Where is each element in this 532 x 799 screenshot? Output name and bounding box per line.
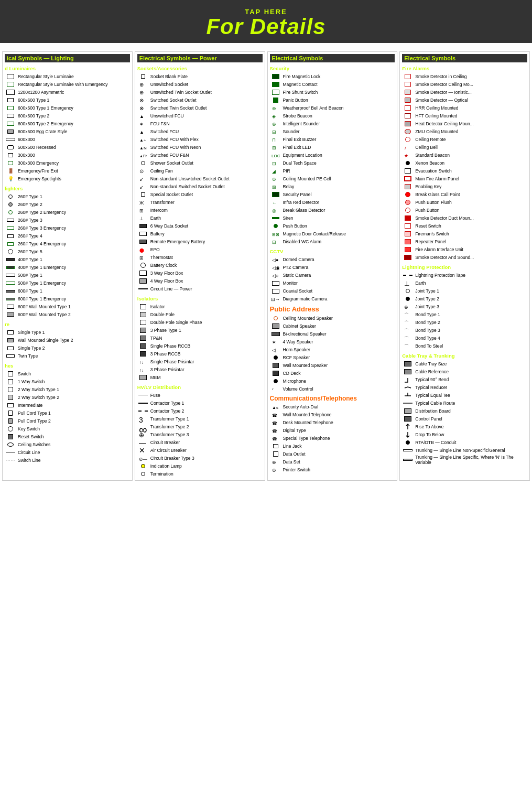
svg-text:▲: ▲: [139, 114, 144, 119]
fsw-icon: [402, 230, 414, 237]
rect-icon: [5, 73, 16, 80]
re-label: re: [5, 321, 130, 328]
pc1-icon: [5, 409, 16, 417]
list-item: Microphone: [270, 377, 395, 385]
list-item: CD Deck: [270, 370, 395, 377]
indlamp-icon: [137, 462, 149, 470]
svg-text:▲N: ▲N: [139, 146, 147, 150]
diagcam-icon: ⊡→: [270, 295, 281, 303]
mem-icon: [137, 374, 149, 381]
hes-label: hes: [5, 362, 130, 369]
svg-text:⌒: ⌒: [404, 336, 409, 341]
rsw-icon: [402, 222, 414, 230]
svg-text:⊙—: ⊙—: [139, 457, 147, 462]
relay-icon: ⊠: [270, 183, 281, 190]
list-item: 3Transformer Type 1: [137, 415, 263, 423]
list-item: ◎Break Glass Detector: [270, 207, 395, 214]
sad-icon: ▲s: [270, 403, 281, 411]
svg-text:▲s: ▲s: [272, 405, 278, 410]
trt2-icon: ∞: [137, 423, 149, 430]
svg-text:⊡: ⊡: [272, 161, 276, 166]
hft-icon: [402, 112, 414, 120]
l600t1-icon: [5, 287, 16, 295]
reb-icon: [137, 238, 149, 245]
dtb-icon: [402, 431, 414, 438]
re2-icon: [5, 337, 16, 344]
list-item: 260# Type 3: [5, 217, 130, 224]
list-item: Distribution Board: [402, 407, 527, 415]
col-fire: Electrical Symbols Fire Alarms Smoke Det…: [399, 51, 530, 481]
list-item: ▲Unswitched FCU: [137, 112, 263, 120]
fan-icon: ⊙: [137, 167, 149, 175]
faiu-icon: [402, 246, 414, 253]
list-item: Ceiling Remote: [402, 136, 527, 143]
cb-icon: —: [137, 439, 149, 446]
sw-icon: [5, 370, 16, 377]
l2e-icon: [5, 209, 16, 216]
list-item: Double Pole Single Phase: [137, 319, 263, 326]
spotlight-icon: 💡: [5, 175, 16, 182]
list-item: Monitor: [270, 279, 395, 287]
pc2-icon: [5, 417, 16, 425]
svg-text:∕: ∕: [272, 387, 274, 392]
list-item: Wall Mounted Speaker: [270, 362, 395, 369]
list-item: Bi-directional Speaker: [270, 330, 395, 338]
list-item: Trunking — Single Line Non-Specific/Gene…: [402, 447, 527, 454]
re1-icon: [5, 329, 16, 336]
nssso-icon: ↙: [137, 183, 149, 190]
list-item: Siren: [270, 214, 395, 222]
list-item: 1 Way Switch: [5, 378, 130, 385]
svg-text:◈: ◈: [272, 114, 276, 119]
svg-text:↙: ↙: [139, 177, 144, 182]
list-item: 🚪Emergency/Fire Exit: [5, 167, 130, 175]
l4e-icon: [5, 240, 16, 247]
list-item: ⊙Ceiling Fan: [137, 167, 263, 175]
list-item: ⊟Sounder: [270, 128, 395, 135]
3pt1-icon: [137, 327, 149, 334]
list-item: RTA/DTB — Conduit: [402, 439, 527, 446]
300-icon: [5, 152, 16, 159]
l600wm1-icon: [5, 303, 16, 310]
list-item: Line Jack: [270, 442, 395, 450]
list-item: 400# Type 1 Emergency: [5, 264, 130, 271]
shower-icon: [137, 159, 149, 167]
list-item: Drop To Below: [402, 431, 527, 438]
utso-icon: ⊕: [137, 89, 149, 96]
col-lighting: ical Symbols — Lighting d Luminaires Rec…: [2, 51, 133, 481]
rs-icon: [5, 433, 16, 440]
header[interactable]: TAP HERE For Details: [0, 0, 532, 43]
list-item: ⊕Data Set: [270, 458, 395, 466]
ps-icon: ⊙: [270, 466, 281, 473]
list-item: Pull Cord Type 2: [5, 417, 130, 425]
battclock-icon: [137, 262, 149, 269]
ek-icon: [402, 183, 414, 190]
dwca-icon: ⊡: [270, 238, 281, 245]
list-item: 260# Type 4: [5, 232, 130, 240]
fml-icon: [270, 73, 281, 80]
list-item: Fire Magnetic Lock: [270, 73, 395, 80]
list-item: Cable Reference: [402, 368, 527, 375]
svg-text:◁○: ◁○: [272, 273, 278, 278]
trt3-icon: ⊕: [137, 431, 149, 438]
list-item: Ceiling Mounted Speaker: [270, 315, 395, 322]
sb-icon: ◈: [270, 112, 281, 120]
nsuso-icon: ↙: [137, 175, 149, 182]
svg-text:◁●: ◁●: [272, 257, 278, 263]
bids-icon: [270, 330, 281, 338]
list-item: 💡Emergency Spotlights: [5, 175, 130, 182]
list-item: 300x300 Emergency: [5, 159, 130, 167]
cts-icon: [402, 360, 414, 368]
col-security: Electrical Symbols Security Fire Magneti…: [267, 51, 398, 481]
exit-icon: 🚪: [5, 167, 16, 175]
list-item: ☎Desk Mounted Telephone: [270, 419, 395, 426]
pbf-icon: [402, 199, 414, 206]
list-item: ⊠Relay: [270, 183, 395, 190]
list-item: Rise To Above: [402, 423, 527, 430]
tred-icon: [402, 384, 414, 391]
jt3-icon: ⊕: [402, 303, 414, 310]
t90-icon: [402, 376, 414, 383]
list-item: Data Outlet: [270, 450, 395, 458]
list-item: Control Panel: [402, 415, 527, 423]
list-item: Intermediate: [5, 402, 130, 409]
list-item: 600x600 Type 2 Emergency: [5, 120, 130, 127]
